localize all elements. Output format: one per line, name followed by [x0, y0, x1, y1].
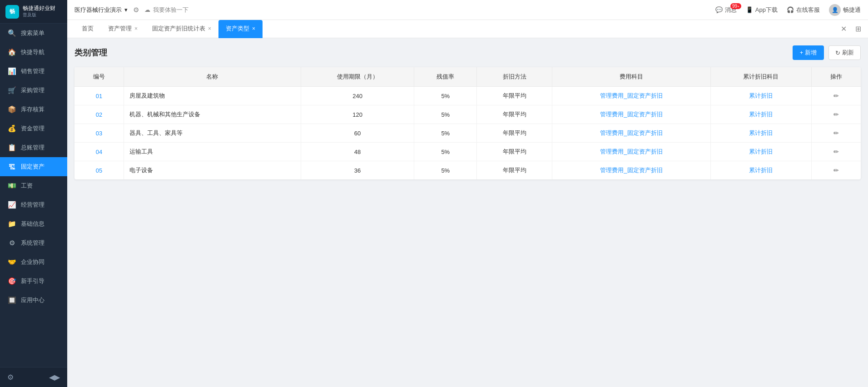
user-avatar: 👤 — [829, 4, 841, 16]
sidebar-item-basicinfo[interactable]: 📁 基础信息 — [0, 214, 67, 233]
phone-icon: 📱 — [746, 6, 753, 13]
refresh-label: 刷新 — [842, 49, 854, 57]
cell-action[interactable]: ✏ — [811, 143, 861, 161]
cell-action[interactable]: ✏ — [811, 124, 861, 143]
company-selector[interactable]: 医疗器械行业演示 ▾ — [74, 6, 128, 14]
tab-assettype-close[interactable]: × — [252, 25, 255, 32]
cell-expense: 管理费用_固定资产折旧 — [552, 124, 710, 143]
edit-icon[interactable]: ✏ — [833, 92, 839, 99]
cell-code: 03 — [74, 124, 124, 143]
col-expense: 费用科目 — [552, 67, 710, 87]
cell-period: 240 — [301, 87, 414, 105]
edit-icon[interactable]: ✏ — [833, 167, 839, 174]
sidebar-item-sales[interactable]: 📊 销售管理 — [0, 62, 67, 81]
collapse-icon[interactable]: ◀▶ — [49, 373, 60, 382]
tab-depreport-close[interactable]: × — [208, 25, 211, 32]
cell-method: 年限平均 — [477, 124, 552, 143]
main-area: 医疗器械行业演示 ▾ ⚙ ☁ 我要体验一下 💬 消息 99+ 📱 App下载 🎧… — [67, 0, 868, 387]
system-icon: ⚙ — [7, 238, 16, 248]
capital-icon: 💰 — [7, 124, 16, 133]
cell-name: 电子设备 — [124, 161, 301, 180]
sidebar-item-label: 固定资产 — [21, 163, 45, 171]
cell-name: 机器、机械和其他生产设备 — [124, 105, 301, 124]
page-header: 类别管理 + 新增 ↻ 刷新 — [74, 45, 861, 60]
sidebar-item-capital[interactable]: 💰 资金管理 — [0, 119, 67, 138]
close-tab-btn[interactable]: ✕ — [838, 24, 849, 35]
tab-assettype[interactable]: 资产类型 × — [218, 20, 263, 38]
message-action[interactable]: 💬 消息 99+ — [715, 6, 737, 14]
cell-name: 房屋及建筑物 — [124, 87, 301, 105]
experience-btn[interactable]: ☁ 我要体验一下 — [144, 6, 188, 14]
sidebar-item-operations[interactable]: 📈 经营管理 — [0, 195, 67, 214]
cell-action[interactable]: ✏ — [811, 161, 861, 180]
sidebar: 畅 畅捷通好业财 普及版 🔍 搜索菜单 🏠 快捷导航 📊 销售管理 🛒 采购管理… — [0, 0, 67, 387]
tab-home[interactable]: 首页 — [74, 20, 101, 38]
cell-name: 运输工具 — [124, 143, 301, 161]
cell-period: 60 — [301, 124, 414, 143]
col-accum: 累计折旧科目 — [711, 67, 812, 87]
sidebar-item-label: 采购管理 — [21, 86, 45, 94]
sidebar-item-salary[interactable]: 💵 工资 — [0, 176, 67, 195]
edit-icon[interactable]: ✏ — [833, 111, 839, 118]
sidebar-item-system[interactable]: ⚙ 系统管理 — [0, 233, 67, 253]
table-header-row: 编号 名称 使用期限（月） 残值率 折旧方法 费用科目 累计折旧科目 操作 — [74, 67, 861, 87]
cell-code: 05 — [74, 161, 124, 180]
table-row: 05 电子设备 36 5% 年限平均 管理费用_固定资产折旧 累计折旧 ✏ — [74, 161, 861, 180]
user-action[interactable]: 👤 畅捷通 — [829, 4, 861, 16]
cell-accum: 累计折旧 — [711, 105, 812, 124]
table-row: 04 运输工具 48 5% 年限平均 管理费用_固定资产折旧 累计折旧 ✏ — [74, 143, 861, 161]
cell-method: 年限平均 — [477, 87, 552, 105]
cell-residual: 5% — [414, 105, 477, 124]
sidebar-item-label: 总账管理 — [21, 144, 45, 152]
cell-action[interactable]: ✏ — [811, 87, 861, 105]
cell-period: 48 — [301, 143, 414, 161]
sidebar-item-label: 应用中心 — [21, 296, 45, 304]
sidebar-item-inventory[interactable]: 📦 库存核算 — [0, 100, 67, 119]
refresh-button[interactable]: ↻ 刷新 — [828, 45, 861, 60]
sidebar-item-fixedasset[interactable]: 🏗 固定资产 — [0, 157, 67, 176]
sidebar-item-purchase[interactable]: 🛒 采购管理 — [0, 81, 67, 100]
enterprise-icon: 🤝 — [7, 258, 16, 267]
sidebar-item-newguide[interactable]: 🎯 新手引导 — [0, 272, 67, 291]
service-action[interactable]: 🎧 在线客服 — [787, 6, 820, 14]
tab-assettype-label: 资产类型 — [226, 25, 249, 33]
edit-icon[interactable]: ✏ — [833, 129, 839, 137]
sidebar-item-label: 基础信息 — [21, 220, 45, 228]
sidebar-item-search[interactable]: 🔍 搜索菜单 — [0, 24, 67, 43]
cell-residual: 5% — [414, 124, 477, 143]
cell-expense: 管理费用_固定资产折旧 — [552, 87, 710, 105]
sidebar-item-label: 经营管理 — [21, 201, 45, 209]
page-actions: + 新增 ↻ 刷新 — [793, 45, 861, 60]
app-name: 畅捷通好业财 — [23, 5, 55, 12]
sidebar-item-appcenter[interactable]: 🔲 应用中心 — [0, 291, 67, 310]
edit-icon[interactable]: ✏ — [833, 148, 839, 155]
refresh-icon: ↻ — [835, 50, 840, 56]
new-button[interactable]: + 新增 — [793, 45, 824, 60]
sidebar-item-label: 企业协同 — [21, 258, 45, 266]
headset-icon: 🎧 — [787, 6, 794, 13]
tab-depreport[interactable]: 固定资产折旧统计表 × — [145, 20, 218, 38]
page-title: 类别管理 — [74, 47, 107, 58]
home-icon: 🏠 — [7, 48, 16, 57]
tab-assetmgt-close[interactable]: × — [134, 25, 138, 32]
logo-text-block: 畅捷通好业财 普及版 — [23, 5, 55, 19]
cell-accum: 累计折旧 — [711, 161, 812, 180]
sidebar-item-quicknav[interactable]: 🏠 快捷导航 — [0, 43, 67, 62]
sidebar-item-ledger[interactable]: 📋 总账管理 — [0, 138, 67, 157]
category-table: 编号 名称 使用期限（月） 残值率 折旧方法 费用科目 累计折旧科目 操作 01… — [74, 67, 861, 179]
settings-icon[interactable]: ⚙ — [7, 373, 14, 382]
table-row: 02 机器、机械和其他生产设备 120 5% 年限平均 管理费用_固定资产折旧 … — [74, 105, 861, 124]
maximize-btn[interactable]: ⊞ — [853, 24, 863, 35]
cell-period: 36 — [301, 161, 414, 180]
table-row: 01 房屋及建筑物 240 5% 年限平均 管理费用_固定资产折旧 累计折旧 ✏ — [74, 87, 861, 105]
settings-gear-icon[interactable]: ⚙ — [133, 6, 139, 14]
sidebar-item-enterprise[interactable]: 🤝 企业协同 — [0, 253, 67, 272]
tab-assetmgt[interactable]: 资产管理 × — [101, 20, 145, 38]
cloud-icon: ☁ — [144, 6, 150, 13]
sidebar-item-label: 库存核算 — [21, 105, 45, 114]
appdownload-action[interactable]: 📱 App下载 — [746, 6, 778, 14]
cell-action[interactable]: ✏ — [811, 105, 861, 124]
sidebar-item-label: 销售管理 — [21, 67, 45, 75]
sidebar-item-label: 工资 — [21, 182, 33, 190]
sidebar-item-label: 搜索菜单 — [21, 29, 45, 37]
